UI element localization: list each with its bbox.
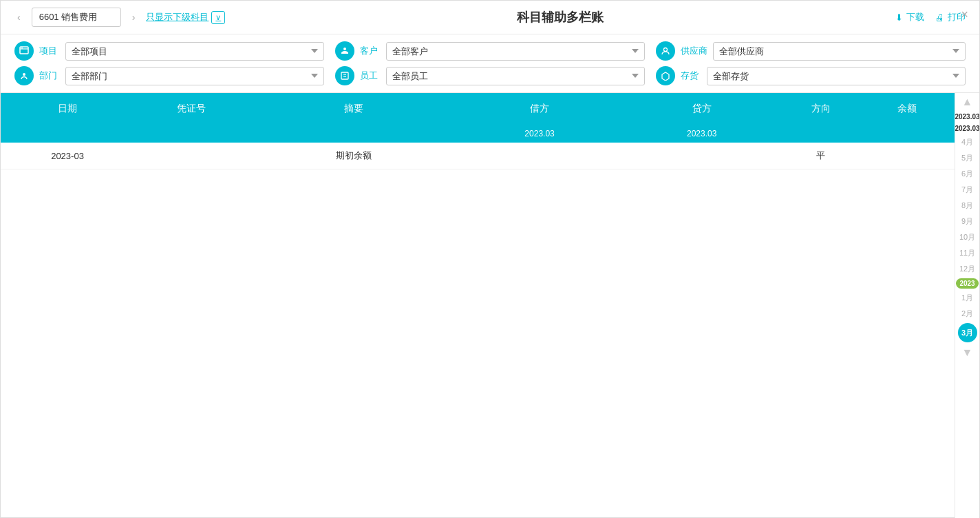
account-code-display: 6601 销售费用	[32, 8, 121, 27]
cell-voucher	[134, 143, 248, 169]
sidebar-item-12[interactable]: 1月	[955, 290, 979, 306]
nav-prev-button[interactable]: ‹	[14, 10, 23, 24]
col-header-credit: 贷方	[621, 93, 783, 125]
department-select[interactable]: 全部部门	[65, 67, 324, 85]
table-body: 2023-03期初余额平	[1, 143, 955, 169]
top-actions: ⬇ 下载 🖨 打印	[895, 11, 966, 23]
print-icon: 🖨	[935, 12, 944, 23]
col-subheader-date1: 2023.03	[458, 125, 621, 143]
svg-point-4	[23, 73, 25, 76]
project-label: 项目	[39, 45, 60, 57]
project-filter: 项目 全部项目	[14, 41, 324, 61]
download-button[interactable]: ⬇ 下载	[895, 11, 924, 23]
ledger-table: 日期 凭证号 摘要 借方 贷方 方向 余额 2023.03 2023.03	[1, 93, 955, 169]
cell-credit	[621, 143, 783, 169]
sidebar-item-0[interactable]: 2023.03	[955, 111, 979, 123]
customer-label: 客户	[360, 45, 381, 57]
svg-point-3	[664, 48, 668, 52]
inventory-select[interactable]: 全部存货	[707, 67, 966, 85]
customer-icon	[335, 41, 354, 61]
filter-area: 项目 全部项目 客户 全部客户 供应商 全部供应商 部门 全部部门	[1, 34, 979, 93]
sidebar-item-4[interactable]: 6月	[955, 166, 979, 182]
col-header-balance: 余额	[859, 93, 955, 125]
supplier-icon	[656, 41, 675, 61]
employee-label: 员工	[360, 70, 381, 82]
cell-debit	[458, 143, 621, 169]
nav-next-button[interactable]: ›	[129, 10, 138, 24]
right-sidebar: ▲ 2023.032023.034月5月6月7月8月9月10月11月12月202…	[955, 93, 979, 518]
sidebar-down-arrow[interactable]: ▼	[955, 344, 979, 362]
show-sub-button[interactable]: 只显示下级科目 ∨	[146, 11, 225, 24]
col-header-debit: 借方	[458, 93, 621, 125]
customer-select[interactable]: 全部客户	[386, 42, 645, 61]
col-header-voucher: 凭证号	[134, 93, 248, 125]
sidebar-item-6[interactable]: 8月	[955, 198, 979, 214]
sidebar-item-14[interactable]: 3月	[958, 323, 977, 342]
sidebar-items-container: 2023.032023.034月5月6月7月8月9月10月11月12月20231…	[955, 111, 979, 344]
department-filter: 部门 全部部门	[14, 66, 324, 85]
sidebar-item-1[interactable]: 2023.03	[955, 123, 979, 134]
sidebar-item-7[interactable]: 9月	[955, 214, 979, 229]
table-subheader-row: 2023.03 2023.03	[1, 125, 955, 143]
inventory-label: 存货	[681, 70, 701, 82]
inventory-icon	[656, 66, 675, 85]
top-bar: ‹ 6601 销售费用 › 只显示下级科目 ∨ 科目辅助多栏账 ⬇ 下载 🖨 打…	[1, 1, 979, 34]
sidebar-item-5[interactable]: 7月	[955, 182, 979, 198]
project-icon	[14, 41, 34, 61]
inventory-filter: 存货 全部存货	[656, 66, 966, 85]
supplier-select[interactable]: 全部供应商	[713, 42, 966, 61]
col-header-summary: 摘要	[248, 93, 458, 125]
sidebar-up-arrow[interactable]: ▲	[955, 93, 979, 111]
download-icon: ⬇	[895, 12, 903, 23]
col-subheader-date2: 2023.03	[621, 125, 783, 143]
download-label: 下载	[906, 11, 924, 23]
department-label: 部门	[39, 70, 60, 82]
main-content: 日期 凭证号 摘要 借方 贷方 方向 余额 2023.03 2023.03	[1, 93, 979, 518]
col-subheader-empty2	[134, 125, 248, 143]
svg-rect-0	[20, 47, 28, 54]
col-subheader-empty3	[248, 125, 458, 143]
sidebar-item-3[interactable]: 5月	[955, 150, 979, 166]
cell-direction: 平	[782, 143, 859, 169]
cell-date: 2023-03	[1, 143, 134, 169]
supplier-label: 供应商	[681, 45, 707, 57]
table-row: 2023-03期初余额平	[1, 143, 955, 169]
col-header-date: 日期	[1, 93, 134, 125]
col-subheader-empty5	[859, 125, 955, 143]
sidebar-item-11[interactable]: 2023	[956, 278, 978, 289]
left-panel: 日期 凭证号 摘要 借方 贷方 方向 余额 2023.03 2023.03	[1, 93, 955, 518]
cell-balance	[859, 143, 955, 169]
employee-select[interactable]: 全部员工	[386, 67, 645, 85]
employee-icon	[335, 66, 354, 85]
col-subheader-empty4	[782, 125, 859, 143]
supplier-filter: 供应商 全部供应商	[656, 41, 966, 61]
page-title: 科目辅助多栏账	[233, 9, 887, 25]
close-button[interactable]: ×	[961, 8, 968, 22]
main-window: ‹ 6601 销售费用 › 只显示下级科目 ∨ 科目辅助多栏账 ⬇ 下载 🖨 打…	[0, 0, 980, 518]
sidebar-item-9[interactable]: 11月	[955, 245, 979, 261]
table-header-row: 日期 凭证号 摘要 借方 贷方 方向 余额	[1, 93, 955, 125]
show-sub-label: 只显示下级科目	[146, 11, 209, 23]
col-subheader-empty1	[1, 125, 134, 143]
department-icon	[14, 66, 34, 85]
project-select[interactable]: 全部项目	[65, 42, 324, 61]
col-header-direction: 方向	[782, 93, 859, 125]
sidebar-item-2[interactable]: 4月	[955, 134, 979, 150]
cell-summary: 期初余额	[248, 143, 458, 169]
sidebar-item-13[interactable]: 2月	[955, 306, 979, 322]
customer-filter: 客户 全部客户	[335, 41, 645, 61]
employee-filter: 员工 全部员工	[335, 66, 645, 85]
show-sub-arrow-icon: ∨	[211, 11, 225, 24]
sidebar-item-8[interactable]: 10月	[955, 229, 979, 245]
sidebar-item-10[interactable]: 12月	[955, 261, 979, 277]
svg-rect-5	[341, 72, 348, 79]
